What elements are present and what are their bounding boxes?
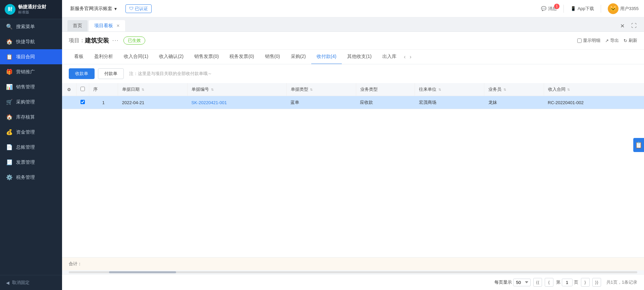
topbar-left: 新服务官网演示账套 ▾ 🛡 已认证 — [67, 4, 152, 13]
tab-project-board-label: 项目看板 — [94, 23, 113, 29]
fullscreen-button[interactable]: ⛶ — [629, 21, 639, 30]
sidebar-item-label: 资金管理 — [16, 129, 35, 135]
row-salesperson: 龙妹 — [484, 96, 544, 109]
sidebar-item-inventory[interactable]: 🏠库存核算 — [0, 110, 62, 125]
horizontal-scrollbar[interactable] — [62, 270, 644, 274]
account-selector[interactable]: 新服务官网演示账套 ▾ — [67, 4, 119, 13]
col-number[interactable]: 单据编号 ⇅ — [187, 83, 287, 96]
sidebar-item-marketing[interactable]: 🎁营销推广 — [0, 64, 62, 79]
page-label: 第 — [556, 279, 560, 285]
nav-tab-receipt[interactable]: 收付款(4) — [311, 50, 342, 64]
row-number[interactable]: SK-20220421-001 — [187, 96, 287, 109]
row-checkbox[interactable] — [76, 96, 89, 109]
tab-actions: ✕ ⛶ — [618, 21, 639, 30]
pagination: 每页显示 50 100 200 ⟨⟨ ⟨ 第 页 ⟩ ⟩⟩ 共1页，1条记录 — [62, 274, 644, 290]
payment-tab-button[interactable]: 付款单 — [98, 68, 124, 79]
sidebar-item-search[interactable]: 🔍搜索菜单 — [0, 19, 62, 34]
nav-tab-tax-invoice[interactable]: 税务发票(0) — [224, 50, 259, 64]
first-page-button[interactable]: ⟨⟨ — [533, 278, 542, 287]
refresh-button[interactable]: ↻ 刷新 — [624, 38, 637, 44]
nav-tab-sales-invoice[interactable]: 销售发票(0) — [189, 50, 224, 64]
page-of-label: 页 — [574, 279, 578, 285]
nav-tab-prev-arrow[interactable]: ‹ — [402, 51, 408, 63]
sidebar-item-invoice[interactable]: 🧾发票管理 — [0, 155, 62, 170]
nav-tab-kanban[interactable]: 看板 — [69, 50, 89, 64]
project-status-badge: 已生效 — [123, 37, 145, 45]
current-page-input[interactable] — [562, 279, 573, 286]
account-dropdown-icon: ▾ — [114, 6, 117, 11]
col-date[interactable]: 单据日期 ⇅ — [118, 83, 187, 96]
certified-label: 已认证 — [135, 6, 148, 12]
side-feedback-button[interactable]: 📋 — [633, 138, 644, 152]
app-download-button[interactable]: 📱 App下载 — [571, 6, 594, 12]
sidebar-item-capital[interactable]: 💰资金管理 — [0, 125, 62, 140]
more-options-button[interactable]: ··· — [112, 38, 119, 44]
nav-tab-income-contract[interactable]: 收入合同(1) — [118, 50, 154, 64]
feedback-icon: 📋 — [635, 141, 642, 149]
topbar-divider-2 — [601, 5, 601, 13]
topbar-right: 💬 消息 1 📱 App下载 🐱 用户3355 — [541, 3, 639, 14]
total-info: 共1页，1条记录 — [606, 279, 637, 285]
col-salesperson[interactable]: 业务员 ⇅ — [484, 83, 544, 96]
sort-date-icon: ⇅ — [142, 88, 144, 91]
app-version: 标准版 — [18, 10, 46, 15]
user-profile-button[interactable]: 🐱 用户3355 — [608, 3, 639, 14]
nav-tab-profit[interactable]: 盈利分析 — [89, 50, 118, 64]
message-button[interactable]: 💬 消息 1 — [541, 6, 557, 12]
table-row[interactable]: 1 2022-04-21 SK-20220421-001 蓝单 应收款 宏茂商场… — [62, 96, 644, 109]
show-detail-checkbox[interactable]: 显示明细 — [577, 38, 600, 44]
row-type: 蓝单 — [286, 96, 356, 109]
sort-partner-icon: ⇅ — [438, 88, 441, 91]
purchase-icon: 🛒 — [6, 99, 13, 105]
select-all-checkbox[interactable] — [80, 87, 85, 91]
invoice-icon: 🧾 — [6, 159, 13, 165]
last-page-button[interactable]: ⟩⟩ — [592, 278, 601, 287]
next-page-button[interactable]: ⟩ — [581, 278, 590, 287]
nav-tab-next-arrow[interactable]: › — [408, 51, 413, 63]
refresh-icon: ↻ — [624, 38, 627, 43]
per-page-select[interactable]: 50 100 200 — [513, 279, 531, 286]
user-label: 用户3355 — [620, 6, 639, 12]
sidebar-item-purchase[interactable]: 🛒采购管理 — [0, 94, 62, 110]
col-income-contract[interactable]: 收入合同 ⇅ — [544, 83, 644, 96]
nav-tab-other-expense[interactable]: 其他收支(1) — [342, 50, 377, 64]
col-type[interactable]: 单据类型 ⇅ — [286, 83, 356, 96]
tab-home-label: 首页 — [73, 23, 82, 29]
sidebar-item-tax[interactable]: ⚙️税务管理 — [0, 170, 62, 185]
row-partner: 宏茂商场 — [415, 96, 484, 109]
export-label: 导出 — [610, 38, 619, 44]
contract-icon: 📋 — [6, 54, 13, 60]
export-button[interactable]: ↗ 导出 — [605, 38, 619, 44]
tab-project-board[interactable]: 项目看板 ✕ — [89, 20, 125, 31]
sidebar-item-contract[interactable]: 📋项目合同 — [0, 49, 62, 64]
tab-project-board-close[interactable]: ✕ — [116, 23, 120, 28]
sidebar-item-ledger[interactable]: 📄总账管理 — [0, 140, 62, 155]
per-page-label: 每页显示 — [494, 279, 512, 285]
scrollbar-thumb[interactable] — [109, 271, 176, 273]
scrollbar-track[interactable] — [69, 271, 637, 273]
sidebar-item-label: 总账管理 — [16, 144, 35, 150]
receipt-tab-button[interactable]: 收款单 — [69, 68, 95, 79]
row-number-link[interactable]: SK-20220421-001 — [192, 100, 227, 105]
col-settings[interactable]: ⚙ — [62, 83, 76, 96]
row-select-checkbox[interactable] — [80, 100, 85, 104]
nav-tab-sales[interactable]: 销售(0) — [260, 50, 285, 64]
close-all-tabs-button[interactable]: ✕ — [618, 21, 627, 30]
nav-tab-purchase[interactable]: 采购(2) — [285, 50, 311, 64]
sidebar-item-shortcut[interactable]: 🏠快捷导航 — [0, 34, 62, 49]
nav-tab-income-confirm[interactable]: 收入确认(2) — [154, 50, 189, 64]
sidebar-unpin-button[interactable]: ◀ 取消固定 — [0, 275, 62, 290]
tab-home[interactable]: 首页 — [67, 20, 88, 31]
show-detail-input[interactable] — [577, 39, 582, 43]
col-partner[interactable]: 往来单位 ⇅ — [415, 83, 484, 96]
sidebar: 财 畅捷通好业财 标准版 🔍搜索菜单🏠快捷导航📋项目合同🎁营销推广📊销售管理🛒采… — [0, 0, 62, 290]
table-header-row: ⚙ 序 单据日期 ⇅ 单据编号 ⇅ 单据类型 ⇅ 业务类型 往来单位 ⇅ 业务员… — [62, 83, 644, 96]
nav-tab-warehouse[interactable]: 出入库 — [377, 50, 402, 64]
prev-page-button[interactable]: ⟨ — [545, 278, 553, 287]
project-label-prefix: 项目： — [69, 37, 85, 44]
phone-icon: 📱 — [571, 6, 576, 11]
sidebar-item-sales[interactable]: 📊销售管理 — [0, 79, 62, 94]
message-icon: 💬 — [541, 6, 546, 11]
sort-salesperson-icon: ⇅ — [503, 88, 506, 91]
message-badge: 1 — [554, 4, 559, 9]
